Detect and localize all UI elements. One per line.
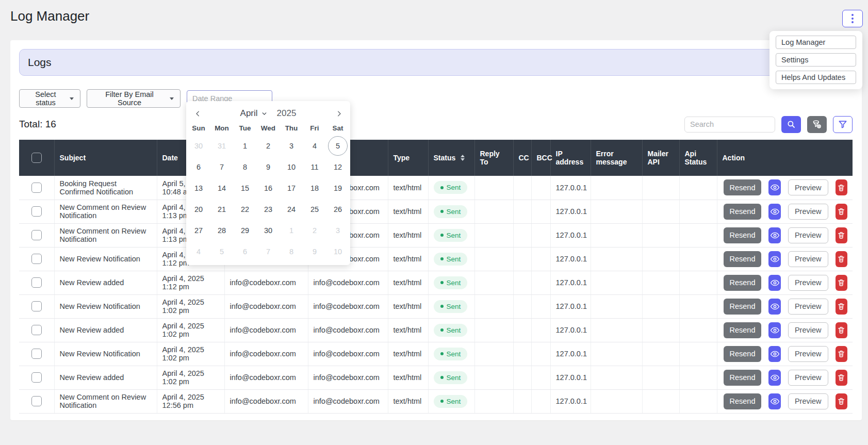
calendar-day[interactable]: 24 bbox=[280, 199, 303, 220]
calendar-day[interactable]: 9 bbox=[303, 241, 326, 262]
filter-button[interactable] bbox=[833, 116, 853, 133]
calendar-day[interactable]: 21 bbox=[210, 199, 234, 220]
calendar-day[interactable]: 2 bbox=[303, 220, 326, 241]
row-checkbox[interactable] bbox=[31, 349, 42, 359]
view-button[interactable] bbox=[768, 322, 780, 338]
search-input[interactable] bbox=[684, 117, 775, 133]
logs-panel-header[interactable]: Logs bbox=[19, 49, 848, 76]
view-button[interactable] bbox=[768, 251, 780, 267]
column-header-status[interactable]: Status bbox=[428, 140, 474, 176]
calendar-day[interactable]: 11 bbox=[303, 156, 326, 177]
calendar-day[interactable]: 2 bbox=[257, 135, 280, 156]
calendar-day[interactable]: 28 bbox=[210, 220, 234, 241]
email-source-filter-select[interactable]: Filter By Email Source bbox=[87, 89, 181, 108]
calendar-day[interactable]: 29 bbox=[234, 220, 257, 241]
preview-button[interactable]: Preview bbox=[788, 227, 828, 243]
calendar-day[interactable]: 31 bbox=[210, 135, 234, 156]
delete-button[interactable] bbox=[836, 370, 847, 386]
calendar-day[interactable]: 8 bbox=[234, 156, 257, 177]
calendar-day[interactable]: 18 bbox=[303, 177, 326, 199]
calendar-day[interactable]: 9 bbox=[257, 156, 280, 177]
calendar-day[interactable]: 25 bbox=[303, 199, 326, 220]
row-checkbox[interactable] bbox=[31, 396, 42, 406]
row-checkbox[interactable] bbox=[31, 206, 42, 217]
preview-button[interactable]: Preview bbox=[788, 275, 828, 291]
calendar-prev-button[interactable] bbox=[191, 107, 204, 120]
resend-button[interactable]: Resend bbox=[724, 227, 762, 243]
view-button[interactable] bbox=[768, 346, 780, 362]
calendar-day[interactable]: 15 bbox=[234, 177, 257, 199]
row-checkbox[interactable] bbox=[31, 301, 42, 311]
calendar-day[interactable]: 12 bbox=[326, 156, 350, 177]
delete-button[interactable] bbox=[836, 393, 847, 409]
delete-button[interactable] bbox=[836, 346, 847, 362]
resend-button[interactable]: Resend bbox=[724, 251, 762, 267]
calendar-year-input[interactable]: 2025 bbox=[277, 108, 297, 119]
delete-button[interactable] bbox=[836, 322, 847, 338]
resend-button[interactable]: Resend bbox=[724, 275, 762, 291]
row-checkbox[interactable] bbox=[31, 183, 42, 193]
calendar-day[interactable]: 20 bbox=[187, 199, 210, 220]
calendar-day[interactable]: 14 bbox=[210, 177, 234, 199]
row-checkbox[interactable] bbox=[31, 372, 42, 383]
resend-button[interactable]: Resend bbox=[724, 322, 762, 338]
resend-button[interactable]: Resend bbox=[724, 346, 762, 362]
view-button[interactable] bbox=[768, 370, 780, 386]
calendar-month-select[interactable]: April bbox=[240, 108, 268, 119]
view-button[interactable] bbox=[768, 227, 780, 243]
resend-button[interactable]: Resend bbox=[724, 299, 762, 315]
calendar-day[interactable]: 1 bbox=[280, 220, 303, 241]
calendar-day[interactable]: 5 bbox=[326, 135, 350, 156]
resend-button[interactable]: Resend bbox=[724, 370, 762, 386]
clear-filter-button[interactable] bbox=[807, 116, 827, 133]
calendar-day[interactable]: 26 bbox=[326, 199, 350, 220]
preview-button[interactable]: Preview bbox=[788, 251, 828, 267]
row-checkbox[interactable] bbox=[31, 230, 42, 240]
calendar-day[interactable]: 10 bbox=[280, 156, 303, 177]
calendar-day[interactable]: 13 bbox=[187, 177, 210, 199]
delete-button[interactable] bbox=[836, 179, 847, 195]
calendar-day[interactable]: 30 bbox=[187, 135, 210, 156]
calendar-day[interactable]: 4 bbox=[303, 135, 326, 156]
calendar-day[interactable]: 6 bbox=[187, 156, 210, 177]
delete-button[interactable] bbox=[836, 204, 847, 220]
calendar-day[interactable]: 5 bbox=[210, 241, 234, 262]
calendar-day[interactable]: 17 bbox=[280, 177, 303, 199]
calendar-day[interactable]: 27 bbox=[187, 220, 210, 241]
kebab-menu-button[interactable] bbox=[842, 10, 863, 27]
preview-button[interactable]: Preview bbox=[788, 346, 828, 362]
status-filter-select[interactable]: Select status bbox=[19, 89, 80, 108]
preview-button[interactable]: Preview bbox=[788, 370, 828, 386]
calendar-day[interactable]: 6 bbox=[234, 241, 257, 262]
row-checkbox[interactable] bbox=[31, 277, 42, 288]
calendar-day[interactable]: 1 bbox=[234, 135, 257, 156]
calendar-day[interactable]: 3 bbox=[280, 135, 303, 156]
calendar-day[interactable]: 30 bbox=[257, 220, 280, 241]
menu-item-helps-and-updates[interactable]: Helps And Updates bbox=[776, 71, 856, 84]
resend-button[interactable]: Resend bbox=[724, 204, 762, 220]
select-all-checkbox[interactable] bbox=[31, 153, 42, 163]
calendar-day[interactable]: 7 bbox=[257, 241, 280, 262]
delete-button[interactable] bbox=[836, 251, 847, 267]
row-checkbox[interactable] bbox=[31, 254, 42, 264]
calendar-next-button[interactable] bbox=[333, 107, 345, 120]
sort-icon[interactable] bbox=[461, 155, 465, 161]
view-button[interactable] bbox=[768, 393, 780, 409]
calendar-day[interactable]: 7 bbox=[210, 156, 234, 177]
view-button[interactable] bbox=[768, 179, 780, 195]
preview-button[interactable]: Preview bbox=[788, 393, 828, 409]
calendar-day[interactable]: 8 bbox=[280, 241, 303, 262]
delete-button[interactable] bbox=[836, 275, 847, 291]
menu-item-log-manager[interactable]: Log Manager bbox=[776, 36, 856, 49]
calendar-day[interactable]: 4 bbox=[187, 241, 210, 262]
row-checkbox[interactable] bbox=[31, 325, 42, 335]
view-button[interactable] bbox=[768, 275, 780, 291]
calendar-day[interactable]: 16 bbox=[257, 177, 280, 199]
preview-button[interactable]: Preview bbox=[788, 299, 828, 315]
preview-button[interactable]: Preview bbox=[788, 322, 828, 338]
delete-button[interactable] bbox=[836, 299, 847, 315]
calendar-day[interactable]: 23 bbox=[257, 199, 280, 220]
menu-item-settings[interactable]: Settings bbox=[776, 53, 856, 67]
calendar-day[interactable]: 10 bbox=[326, 241, 350, 262]
calendar-day[interactable]: 22 bbox=[234, 199, 257, 220]
